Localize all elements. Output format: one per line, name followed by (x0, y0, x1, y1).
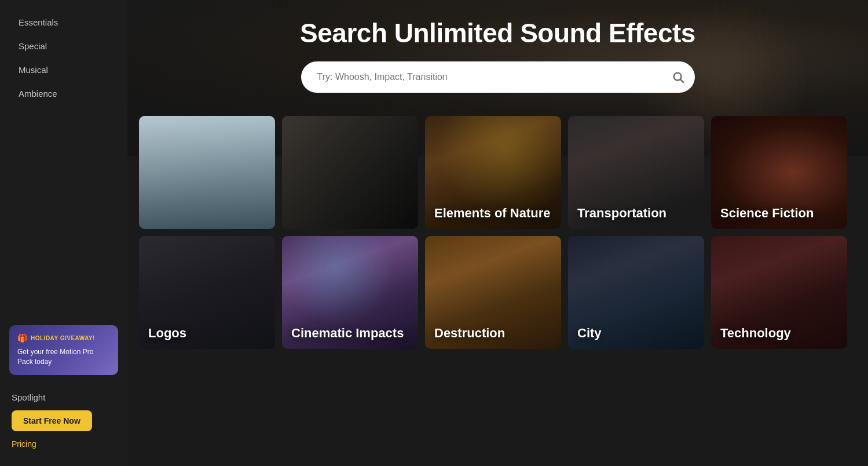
sidebar-bottom: Spotlight Start Free Now Pricing (0, 387, 127, 454)
main-content: Search Unlimited Sound Effects Elements … (127, 0, 868, 466)
category-cell-dark-escalator[interactable] (282, 116, 418, 229)
promo-text: Get your free Motion Pro Pack today (17, 347, 110, 367)
page-title: Search Unlimited Sound Effects (300, 17, 695, 49)
sidebar-item-special[interactable]: Special (12, 35, 116, 57)
promo-badge: HOLIDAY GIVEAWAY! (31, 335, 95, 341)
sidebar-item-essentials[interactable]: Essentials (12, 12, 116, 33)
sidebar-item-musical[interactable]: Musical (12, 59, 116, 81)
category-cell-cinematic-impacts[interactable]: Cinematic Impacts (282, 236, 418, 349)
search-bar (301, 61, 695, 93)
category-cell-technology[interactable]: Technology (711, 236, 847, 349)
category-cell-elements-of-nature[interactable]: Elements of Nature (425, 116, 561, 229)
category-label-cinematic-impacts: Cinematic Impacts (291, 326, 404, 341)
svg-line-1 (680, 79, 683, 82)
category-cell-person-window[interactable] (139, 116, 275, 229)
category-cell-destruction[interactable]: Destruction (425, 236, 561, 349)
pricing-link[interactable]: Pricing (12, 439, 36, 449)
category-cell-science-fiction[interactable]: Science Fiction (711, 116, 847, 229)
holiday-promo-banner[interactable]: 🎁 HOLIDAY GIVEAWAY! Get your free Motion… (9, 325, 118, 375)
spotlight-label: Spotlight (12, 392, 45, 402)
category-label-destruction: Destruction (434, 326, 505, 341)
category-label-transportation: Transportation (577, 206, 666, 221)
category-label-science-fiction: Science Fiction (720, 206, 814, 221)
grid-row-1: Elements of NatureTransportationScience … (139, 116, 851, 229)
category-label-city: City (577, 326, 602, 341)
sidebar-item-ambience[interactable]: Ambience (12, 83, 116, 104)
hero-content: Search Unlimited Sound Effects (127, 0, 868, 104)
promo-header: 🎁 HOLIDAY GIVEAWAY! (17, 333, 110, 343)
category-cell-transportation[interactable]: Transportation (568, 116, 704, 229)
sidebar: EssentialsSpecialMusicalAmbience 🎁 HOLID… (0, 0, 127, 466)
grid-row-2: LogosCinematic ImpactsDestructionCityTec… (139, 236, 851, 349)
category-grid: Elements of NatureTransportationScience … (127, 104, 868, 466)
search-button[interactable] (672, 71, 684, 83)
start-free-button[interactable]: Start Free Now (12, 410, 92, 431)
search-input[interactable] (301, 61, 695, 93)
category-cell-city[interactable]: City (568, 236, 704, 349)
gift-icon: 🎁 (17, 333, 27, 343)
category-label-technology: Technology (720, 326, 791, 341)
category-label-logos: Logos (148, 326, 186, 341)
category-cell-logos[interactable]: Logos (139, 236, 275, 349)
category-label-elements-of-nature: Elements of Nature (434, 206, 551, 221)
sidebar-nav: EssentialsSpecialMusicalAmbience (0, 12, 127, 104)
